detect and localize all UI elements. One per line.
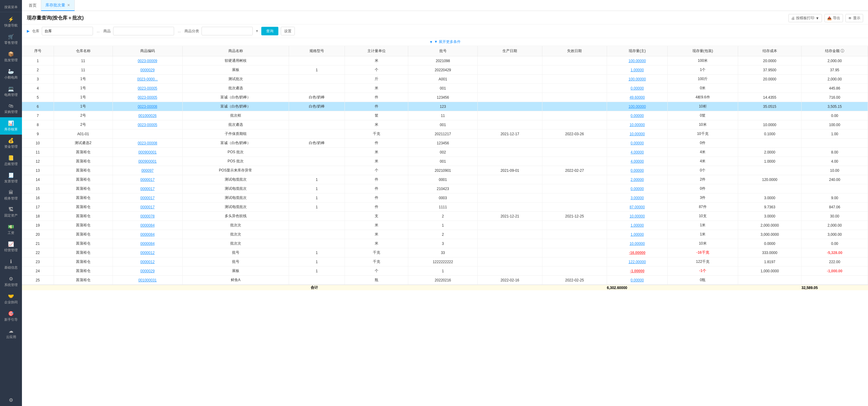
cell-code[interactable]: 001000026 xyxy=(113,111,182,120)
table-row[interactable]: 41号0023-00005批次遴选米0010.000000米445.86 xyxy=(22,84,868,93)
sidebar-item-15[interactable]: ⚙ 系统管理 xyxy=(0,273,22,290)
cell-qty-main[interactable]: 10.00000 xyxy=(607,120,668,130)
cell-qty-main[interactable]: 0.00000 xyxy=(607,111,668,120)
table-row[interactable]: 51号0023-00005富诚（白色/奶棒）白色/奶棒件12345649.600… xyxy=(22,93,868,102)
cell-qty-main[interactable]: 1.00000 xyxy=(607,230,668,239)
cell-qty-main[interactable]: 0.00000 xyxy=(607,139,668,148)
cell-qty-main[interactable]: 1.00000 xyxy=(607,221,668,230)
table-row[interactable]: 22菖蒲裕仓0000012批号1千克33-16.00000-16千克333.00… xyxy=(22,248,868,257)
cell-qty-main[interactable]: 122.00000 xyxy=(607,257,668,267)
table-row[interactable]: 11菖蒲裕仓000900001POS 批次米0024.000004米2.0000… xyxy=(22,148,868,157)
cell-qty-main[interactable]: 4.00000 xyxy=(607,148,668,157)
tab-close-btn[interactable]: ✕ xyxy=(67,3,70,7)
cell-code[interactable] xyxy=(113,130,182,139)
cell-qty-main[interactable]: 10.00000 xyxy=(607,239,668,248)
table-row[interactable]: 19菖蒲裕仓0000084批次次米11.000001米2,000.00002,0… xyxy=(22,221,868,230)
table-row[interactable]: 1110023-00009软硬通用树枝米2021098100.00000100米… xyxy=(22,56,868,66)
cell-qty-main[interactable]: 87.00000 xyxy=(607,203,668,212)
cell-qty-main[interactable]: 3.00000 xyxy=(607,194,668,203)
cell-code[interactable]: 0000017 xyxy=(113,184,182,194)
cell-code[interactable]: 0023-00009 xyxy=(113,56,182,66)
table-container[interactable]: 序号 仓库名称 商品编码 商品名称 规格型号 主计量单位 批号 生产日期 失效日… xyxy=(22,46,868,406)
sidebar-item-3[interactable]: 🦢 小鹅电商 xyxy=(0,66,22,83)
expand-more-btn[interactable]: ▼ ▼ 展开更多条件 xyxy=(429,39,461,44)
sidebar-item-10[interactable]: 🏛 税务管理 xyxy=(0,187,22,204)
table-row[interactable]: 13菖蒲裕仓000097POS显示来库存异常个202109012021-09-0… xyxy=(22,166,868,175)
display-btn[interactable]: 👁 显示 xyxy=(845,14,863,22)
warehouse-input[interactable] xyxy=(42,27,93,35)
cell-code[interactable]: 0023-00008 xyxy=(113,139,182,148)
cell-code[interactable]: 0000029 xyxy=(113,267,182,276)
cell-code[interactable]: 0000017 xyxy=(113,175,182,184)
cell-code[interactable]: 0000017 xyxy=(113,194,182,203)
cell-code[interactable]: 0023-00005 xyxy=(113,93,182,102)
cell-qty-main[interactable]: 100.00000 xyxy=(607,56,668,66)
sidebar-item-7[interactable]: 💰 资金管理 xyxy=(0,135,22,152)
cell-qty-main[interactable]: -1.00000 xyxy=(607,267,668,276)
sidebar-item-1[interactable]: 🛒 零售管理 xyxy=(0,31,22,48)
cell-qty-main[interactable]: 0.00000 xyxy=(607,166,668,175)
cell-qty-main[interactable]: -16.00000 xyxy=(607,248,668,257)
search-button[interactable]: 查询 xyxy=(261,27,278,35)
table-row[interactable]: 82号0023-00005批次遴选米00110.0000010米10.00001… xyxy=(22,120,868,130)
set-button[interactable]: 设置 xyxy=(281,27,295,35)
cell-qty-main[interactable]: 10.00000 xyxy=(607,130,668,139)
table-row[interactable]: 18菖蒲裕仓0000078多头异色软线支22021-12-212021-12-2… xyxy=(22,212,868,221)
sidebar-item-18[interactable]: ☁ 云应用 xyxy=(0,325,22,342)
table-row[interactable]: 20菖蒲裕仓0000084批次次米21.000001米3,000.00003,0… xyxy=(22,230,868,239)
export-btn[interactable]: 📤 导出 xyxy=(825,14,843,22)
sidebar-item-9[interactable]: 🧾 发票管理 xyxy=(0,169,22,187)
sidebar-item-6[interactable]: 📊 库存核算 xyxy=(0,117,22,135)
sidebar-item-5[interactable]: 🛍 采购管理 xyxy=(0,100,22,117)
sidebar-item-13[interactable]: 📈 经营管理 xyxy=(0,238,22,256)
sidebar-search[interactable]: 搜索菜单 xyxy=(0,2,22,12)
tab-inventory-batch[interactable]: 库存批次量 ✕ xyxy=(41,0,75,11)
cell-qty-main[interactable]: 1.00000 xyxy=(607,66,668,75)
cell-code[interactable]: 0023-0000... xyxy=(113,75,182,84)
cell-code[interactable]: 001000031 xyxy=(113,276,182,285)
cell-code[interactable]: 0000078 xyxy=(113,212,182,221)
cell-qty-main[interactable]: 4.00000 xyxy=(607,157,668,166)
cell-code[interactable]: 0000017 xyxy=(113,203,182,212)
sidebar-item-14[interactable]: ℹ 基础信息 xyxy=(0,256,22,273)
cell-code[interactable]: 0000084 xyxy=(113,239,182,248)
cell-qty-main[interactable]: 0.00000 xyxy=(607,276,668,285)
tab-home[interactable]: 首页 xyxy=(24,0,41,11)
cell-code[interactable]: 0023-00005 xyxy=(113,120,182,130)
sidebar-item-4[interactable]: 💻 电商管理 xyxy=(0,83,22,100)
table-row[interactable]: 9A01-01子件保质期组千克202112172021-12-172022-03… xyxy=(22,130,868,139)
cell-qty-main[interactable]: 0.00000 xyxy=(607,184,668,194)
cell-qty-main[interactable]: 10.00000 xyxy=(607,212,668,221)
sidebar-item-2[interactable]: 📦 批发管理 xyxy=(0,48,22,66)
filter-expand-btn[interactable]: ▶ xyxy=(27,29,30,33)
table-row[interactable]: 12菖蒲裕仓000900001POS 批次米0014.000004米1.0000… xyxy=(22,157,868,166)
sidebar-item-0[interactable]: ⚡ 快捷导航 xyxy=(0,13,22,31)
goods-input[interactable] xyxy=(113,27,174,35)
table-row[interactable]: 10测试遴选20023-00008富诚（白色/奶棒）白色/奶棒件1234560.… xyxy=(22,139,868,148)
cell-code[interactable]: 000900001 xyxy=(113,157,182,166)
table-row[interactable]: 25菖蒲裕仓001000031鲜鱼A瓶202202162022-02-16202… xyxy=(22,276,868,285)
sidebar-settings[interactable]: ⚙ xyxy=(0,394,22,406)
cell-code[interactable]: 0000084 xyxy=(113,221,182,230)
table-row[interactable]: 61号0023-00008富诚（白色/奶棒）白色/奶棒件123100.00000… xyxy=(22,102,868,111)
sidebar-item-12[interactable]: 💵 工资 xyxy=(0,221,22,238)
cell-code[interactable]: 0023-00005 xyxy=(113,84,182,93)
table-row[interactable]: 14菖蒲裕仓0000017测试电缆批次1件00012.000002件120.00… xyxy=(22,175,868,184)
category-input[interactable] xyxy=(202,27,253,35)
sidebar-item-11[interactable]: 🏗 固定资产 xyxy=(0,204,22,221)
table-row[interactable]: 2110000029展板1个202204291.000001个37.950037… xyxy=(22,66,868,75)
cell-qty-main[interactable]: 2.00000 xyxy=(607,175,668,184)
cell-code[interactable]: 0000084 xyxy=(113,230,182,239)
table-row[interactable]: 31号0023-0000...测试批次斤A001100.00000100斤20.… xyxy=(22,75,868,84)
table-row[interactable]: 17菖蒲裕仓0000017测试电缆批次1件111187.0000087件9.73… xyxy=(22,203,868,212)
table-row[interactable]: 23菖蒲裕仓0000012批号1千克1222222222122.00000122… xyxy=(22,257,868,267)
table-row[interactable]: 21菖蒲裕仓0000084批次次米310.0000010米0.00000.00 xyxy=(22,239,868,248)
sidebar-item-8[interactable]: 📒 总账管理 xyxy=(0,152,22,169)
print-template-btn[interactable]: 🖨 按模板打印 ▼ xyxy=(788,14,822,22)
cell-code[interactable]: 000900001 xyxy=(113,148,182,157)
table-row[interactable]: 15菖蒲裕仓0000017测试电缆批次1件2104230.000000件 xyxy=(22,184,868,194)
sidebar-item-16[interactable]: 🤝 企业协同 xyxy=(0,290,22,308)
table-row[interactable]: 24菖蒲裕仓0000029展板1个1-1.00000-1个1,000.0000-… xyxy=(22,267,868,276)
table-row[interactable]: 16菖蒲裕仓0000017测试电缆批次1件00033.000003件3.0000… xyxy=(22,194,868,203)
cell-code[interactable]: 0023-00008 xyxy=(113,102,182,111)
